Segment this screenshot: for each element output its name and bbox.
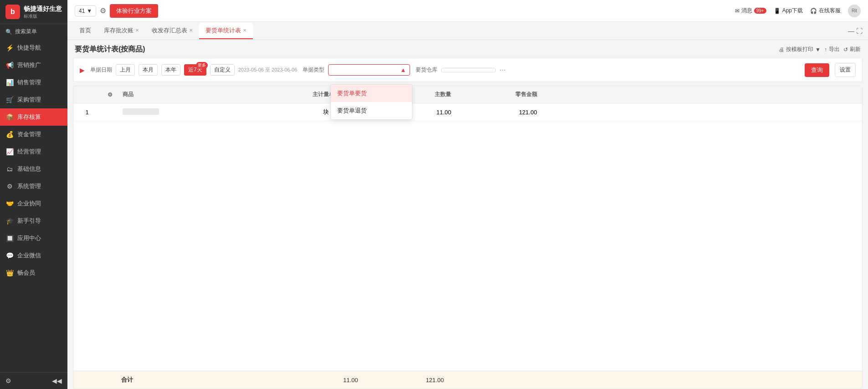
tab-minimize-icon[interactable]: — — [848, 27, 854, 35]
topbar-settings-icon[interactable]: ⚙ — [100, 6, 106, 15]
table-header: ⚙ 商品 主计量单位 主数量 零售金额 — [73, 86, 862, 103]
warehouse-label: 要货仓库 — [416, 66, 437, 74]
collapse-icon[interactable]: ◀◀ — [52, 377, 62, 384]
filter-settings-button[interactable]: 设置 — [835, 63, 856, 77]
table-row: 1 块 11.00 121.00 — [73, 103, 862, 121]
sidebar-item-enterprise[interactable]: 🤝 企业协同 — [0, 195, 67, 212]
dropdown-item-order-return[interactable]: 要货单退货 — [331, 102, 412, 119]
sidebar: b 畅捷通好生意 标准版 🔍 搜索菜单 ⚡ 快捷导航 📢 营销推广 📊 销售管理… — [0, 0, 67, 389]
print-icon: 🖨 — [779, 46, 784, 53]
tab-order-stats[interactable]: 要货单统计表 ✕ — [199, 23, 253, 39]
sidebar-item-quick-nav[interactable]: ⚡ 快捷导航 — [0, 39, 67, 56]
purchase-icon: 🛒 — [5, 96, 14, 104]
sidebar-item-wechat[interactable]: 💬 企业微信 — [0, 247, 67, 264]
main-area: 41 ▼ ⚙ 体验行业方案 ✉ 消息 99+ 📱 App下载 🎧 在线客服 Ri… — [67, 0, 868, 389]
col-seq-header — [73, 90, 101, 99]
footer-label: 合计 — [77, 376, 177, 384]
type-arrow-icon: ▲ — [400, 67, 406, 73]
logo-icon: b — [5, 5, 20, 19]
sidebar-item-label: 畅会员 — [17, 269, 35, 277]
query-button[interactable]: 查询 — [805, 63, 829, 77]
sidebar-item-member[interactable]: 👑 畅会员 — [0, 264, 67, 282]
online-service-item[interactable]: 🎧 在线客服 — [810, 7, 841, 15]
store-selector[interactable]: 41 ▼ — [75, 5, 96, 16]
print-template-button[interactable]: 🖨 按模板打印 ▼ — [779, 46, 821, 53]
sidebar-item-label: 销售管理 — [17, 78, 41, 87]
messages-label: 消息 — [741, 7, 752, 15]
sidebar-item-sales[interactable]: 📊 销售管理 — [0, 74, 67, 91]
guide-icon: 🎓 — [5, 217, 14, 225]
date-btn-last-month[interactable]: 上月 — [116, 64, 135, 76]
inventory-icon: 📦 — [5, 113, 14, 121]
date-filter-group: 单据日期 上月 本月 本年 近7天 更多 自定义 2023-05-06 至 20… — [90, 64, 297, 76]
sidebar-item-inventory[interactable]: 📦 库存核算 — [0, 108, 67, 126]
date-range: 2023-05-06 至 2023-06-06 — [238, 67, 298, 73]
date-btn-7days[interactable]: 近7天 更多 — [184, 64, 206, 76]
sidebar-item-label: 系统管理 — [17, 182, 41, 190]
trial-button[interactable]: 体验行业方案 — [110, 4, 158, 18]
date-btn-custom[interactable]: 自定义 — [210, 64, 235, 76]
date-btn-this-month[interactable]: 本月 — [139, 64, 158, 76]
tab-close-collect[interactable]: ✕ — [189, 28, 193, 33]
sidebar-item-guide[interactable]: 🎓 新手引导 — [0, 212, 67, 230]
sidebar-item-base[interactable]: 🗂 基础信息 — [0, 160, 67, 178]
refresh-button[interactable]: ↺ 刷新 — [843, 46, 861, 53]
dropdown-item-order-goods[interactable]: 要货单要货 — [331, 85, 412, 102]
tab-expand-icon[interactable]: ⛶ — [856, 27, 863, 35]
page-actions: 🖨 按模板打印 ▼ ↑ 导出 ↺ 刷新 — [779, 46, 861, 53]
filter-toggle-icon[interactable]: ▶ — [80, 67, 85, 74]
filter-bar: ▶ 单据日期 上月 本月 本年 近7天 更多 自定义 2023-05-06 至 … — [73, 58, 863, 82]
export-button[interactable]: ↑ 导出 — [824, 46, 840, 53]
search-label: 搜索菜单 — [15, 28, 37, 36]
type-selector[interactable]: ▲ — [328, 64, 410, 76]
sidebar-logo: b 畅捷通好生意 标准版 — [0, 0, 67, 24]
row-seq: 1 — [73, 104, 101, 120]
app-download-item[interactable]: 📱 App下载 — [774, 7, 803, 15]
sidebar-item-label: 资金管理 — [17, 130, 41, 138]
sidebar-item-system[interactable]: ⚙ 系统管理 — [0, 178, 67, 195]
quick-nav-icon: ⚡ — [5, 44, 14, 52]
user-avatar[interactable]: Rit — [848, 5, 861, 17]
sidebar-item-finance[interactable]: 💰 资金管理 — [0, 126, 67, 143]
sidebar-search[interactable]: 🔍 搜索菜单 — [0, 24, 67, 39]
messages-item[interactable]: ✉ 消息 99+ — [735, 7, 766, 15]
tabbar: 首页 库存批次账 ✕ 收发存汇总表 ✕ 要货单统计表 ✕ — ⛶ — [67, 22, 868, 40]
sidebar-item-label: 库存核算 — [17, 113, 41, 121]
sidebar-item-label: 营销推广 — [17, 61, 41, 69]
date-btn-this-year[interactable]: 本年 — [161, 64, 180, 76]
headset-icon: 🎧 — [810, 8, 817, 14]
type-filter-group: 单据类型 ▲ — [303, 64, 410, 76]
tab-collect-summary[interactable]: 收发存汇总表 ✕ — [145, 23, 199, 39]
col-amount-header: 零售金额 — [455, 86, 540, 103]
col-settings-header[interactable]: ⚙ — [101, 87, 119, 102]
system-icon: ⚙ — [5, 182, 14, 190]
row-settings — [101, 107, 119, 117]
sidebar-item-app-center[interactable]: 🔲 应用中心 — [0, 230, 67, 247]
table-footer: 合计 11.00 121.00 — [73, 371, 862, 389]
filter-more-icon[interactable]: ··· — [499, 66, 505, 74]
settings-footer-icon[interactable]: ⚙ — [5, 377, 11, 384]
tab-batch-accounts[interactable]: 库存批次账 ✕ — [98, 23, 145, 39]
table-empty-space — [73, 121, 862, 371]
row-product — [119, 104, 283, 121]
warehouse-selector[interactable] — [441, 68, 496, 72]
app-center-icon: 🔲 — [5, 234, 14, 242]
sidebar-item-label: 基础信息 — [17, 165, 41, 173]
tab-close-batch[interactable]: ✕ — [135, 28, 139, 33]
type-selected-value — [332, 67, 397, 73]
sidebar-item-marketing[interactable]: 📢 营销推广 — [0, 56, 67, 74]
store-name: 41 — [79, 8, 85, 14]
type-label: 单据类型 — [303, 66, 324, 74]
sidebar-item-purchase[interactable]: 🛒 采购管理 — [0, 91, 67, 108]
sidebar-item-label: 新手引导 — [17, 217, 41, 225]
operations-icon: 📈 — [5, 148, 14, 156]
topbar: 41 ▼ ⚙ 体验行业方案 ✉ 消息 99+ 📱 App下载 🎧 在线客服 Ri… — [67, 0, 868, 22]
sidebar-item-operations[interactable]: 📈 经营管理 — [0, 143, 67, 160]
search-icon: 🔍 — [5, 29, 12, 35]
date-label: 单据日期 — [90, 66, 112, 74]
tab-home[interactable]: 首页 — [73, 23, 98, 39]
wechat-icon: 💬 — [5, 251, 14, 260]
base-icon: 🗂 — [5, 165, 14, 173]
sidebar-item-label: 快捷导航 — [17, 44, 41, 52]
tab-close-order-stats[interactable]: ✕ — [243, 28, 247, 33]
